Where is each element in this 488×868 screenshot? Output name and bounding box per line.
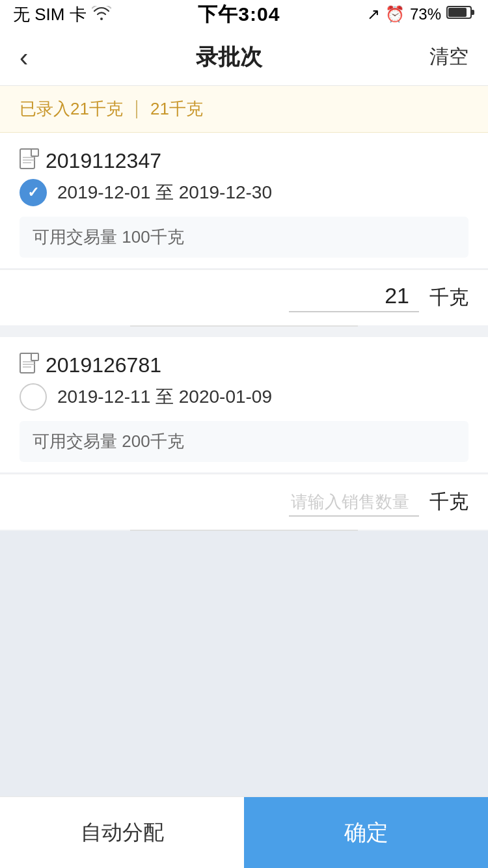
summary-divider <box>136 100 137 118</box>
batch-2-date-row: 2019-12-11 至 2020-01-09 <box>0 383 488 421</box>
back-button[interactable]: ‹ <box>20 44 28 70</box>
summary-value: 21千克 <box>150 98 203 120</box>
summary-bar: 已录入21千克 21千克 <box>0 86 488 133</box>
batch-2-input-row: 千克 <box>0 474 488 530</box>
batch-1-input-row: 千克 <box>0 269 488 325</box>
battery-text: 73% <box>410 5 441 23</box>
sim-icon: 无 SIM 卡 <box>13 3 87 26</box>
batch-1-avail: 可用交易量 100千克 <box>20 217 468 258</box>
confirm-button[interactable]: 确定 <box>244 797 488 868</box>
batch-1-date: 2019-12-01 至 2019-12-30 <box>57 180 272 205</box>
batch-2-unit: 千克 <box>429 489 468 515</box>
bottom-bar: 自动分配 确定 <box>0 796 488 868</box>
location-icon: ↗ <box>367 5 380 23</box>
batch-1-header: 2019112347 <box>0 133 488 179</box>
batch-2-date: 2019-12-11 至 2020-01-09 <box>57 385 272 409</box>
alarm-icon: ⏰ <box>385 5 405 23</box>
status-time: 下午3:04 <box>198 1 280 28</box>
svg-rect-1 <box>471 10 474 15</box>
auto-distribute-button[interactable]: 自动分配 <box>0 797 244 868</box>
batch-2-avail: 可用交易量 200千克 <box>20 421 468 462</box>
batch-1-id: 2019112347 <box>46 149 161 173</box>
svg-rect-4 <box>31 149 38 156</box>
card-separator <box>0 327 488 337</box>
status-bar: 无 SIM 卡 下午3:04 ↗ ⏰ 73% <box>0 0 488 29</box>
batch-2-header: 2019126781 <box>0 337 488 383</box>
status-right: ↗ ⏰ 73% <box>367 5 475 23</box>
batch-1-unit: 千克 <box>429 284 468 311</box>
recorded-label: 已录入21千克 <box>20 98 123 120</box>
battery-icon <box>446 5 475 23</box>
batch-2-icon <box>20 353 39 378</box>
batch-card-2: 2019126781 2019-12-11 至 2020-01-09 可用交易量… <box>0 337 488 472</box>
batch-2-qty-input[interactable] <box>289 487 419 517</box>
batch-1-date-row: 2019-12-01 至 2019-12-30 <box>0 179 488 217</box>
clear-button[interactable]: 清空 <box>429 44 468 70</box>
page-title: 录批次 <box>196 42 262 72</box>
wifi-icon <box>92 5 111 25</box>
batch-2-id: 2019126781 <box>46 353 161 377</box>
svg-rect-2 <box>448 8 467 17</box>
batch-1-qty-input[interactable] <box>289 283 419 312</box>
svg-rect-9 <box>31 353 38 360</box>
batch-2-radio[interactable] <box>20 383 47 411</box>
empty-area <box>0 531 488 796</box>
batch-1-radio[interactable] <box>20 179 47 206</box>
nav-bar: ‹ 录批次 清空 <box>0 29 488 86</box>
status-left: 无 SIM 卡 <box>13 3 111 26</box>
batch-1-icon <box>20 148 39 174</box>
batch-card-1: 2019112347 2019-12-01 至 2019-12-30 可用交易量… <box>0 133 488 268</box>
